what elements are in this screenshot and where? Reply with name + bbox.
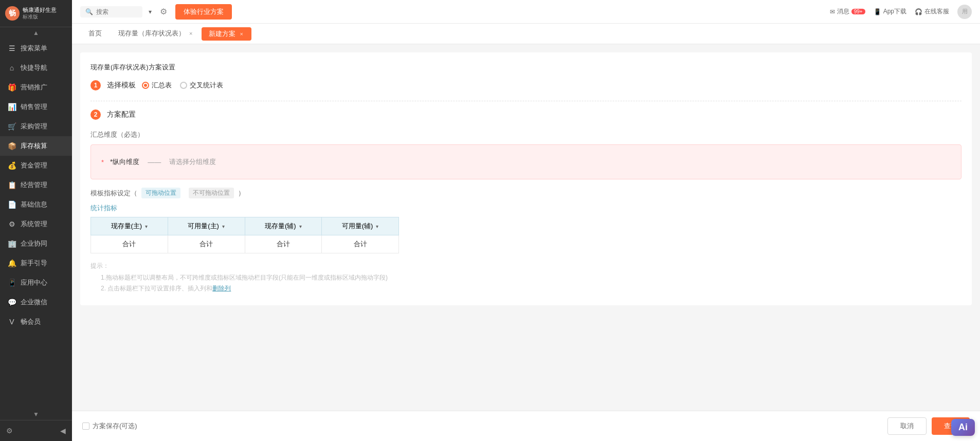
step1-badge: 1 <box>90 80 101 90</box>
sidebar-item-inventory[interactable]: 📦 库存核算 <box>0 136 72 156</box>
sidebar-item-label: 企业微信 <box>21 298 47 307</box>
cell-available-aux-summary: 合计 <box>322 235 399 253</box>
tab-inventory-close-btn[interactable]: × <box>188 30 193 36</box>
tips-title: 提示： <box>90 262 961 270</box>
tips-item-1: 1.拖动标题栏可以调整布局，不可跨维度或指标区域拖动栏目字段(只能在同一维度或指… <box>101 273 961 282</box>
save-checkbox[interactable] <box>82 422 89 430</box>
topbar-search-box[interactable]: 🔍 <box>80 6 142 17</box>
purchase-icon: 🛒 <box>7 122 16 131</box>
search-input[interactable] <box>96 8 137 15</box>
radio-summary[interactable]: 汇总表 <box>142 81 172 90</box>
cell-available-main-summary: 合计 <box>168 235 245 253</box>
sales-icon: 📊 <box>7 103 16 111</box>
sidebar-item-basic-info[interactable]: 📄 基础信息 <box>0 195 72 214</box>
non-draggable-tag: 不可拖动位置 <box>189 188 234 198</box>
topbar-dropdown-icon[interactable]: ▾ <box>149 8 152 15</box>
chevron-down-icon: ▾ <box>222 224 225 229</box>
step2-label: 方案配置 <box>107 110 136 119</box>
search-icon: 🔍 <box>85 8 93 15</box>
stats-title: 统计指标 <box>90 204 961 213</box>
logo-icon: 畅 <box>5 6 20 21</box>
col-available-aux[interactable]: 可用量(辅) ▾ <box>322 217 399 235</box>
sidebar-item-label: 销售管理 <box>21 102 47 112</box>
radio-cross[interactable]: 交叉统计表 <box>180 81 223 90</box>
sidebar-item-label: 搜索菜单 <box>21 44 47 53</box>
experience-btn[interactable]: 体验行业方案 <box>175 4 232 20</box>
draggable-tag: 可拖动位置 <box>141 188 180 198</box>
phone-icon: 📱 <box>874 8 881 15</box>
tab-new-plan[interactable]: 新建方案 × <box>202 27 251 41</box>
finance-icon: 💰 <box>7 161 16 170</box>
tabs: 首页 现存量（库存状况表） × 新建方案 × <box>72 24 980 44</box>
sidebar-item-label: 新手引导 <box>21 259 47 268</box>
guide-icon: 🔔 <box>7 259 16 267</box>
footer: 方案保存(可选) 取消 查询 <box>72 411 980 441</box>
topbar-settings-icon[interactable]: ⚙ <box>158 5 169 19</box>
main-content: 🔍 ▾ ⚙ 体验行业方案 ✉ 消息 99+ 📱 App下载 🎧 在线客服 用 <box>72 0 980 441</box>
delete-col-link[interactable]: 删除列 <box>212 285 231 292</box>
topbar: 🔍 ▾ ⚙ 体验行业方案 ✉ 消息 99+ 📱 App下载 🎧 在线客服 用 <box>72 0 980 24</box>
sidebar-item-label: 应用中心 <box>21 278 47 287</box>
quick-nav-icon: ⌂ <box>7 64 16 72</box>
sidebar-item-guide[interactable]: 🔔 新手引导 <box>0 253 72 273</box>
sidebar-items: ☰ 搜索菜单 ⌂ 快捷导航 🎁 营销推广 📊 销售管理 🛒 采购管理 📦 库存核… <box>0 39 72 409</box>
sidebar-item-app-center[interactable]: 📱 应用中心 <box>0 273 72 292</box>
sidebar-collapse-btn[interactable]: ◀ <box>58 425 68 437</box>
sidebar-item-enterprise[interactable]: 🏢 企业协同 <box>0 234 72 253</box>
message-icon: ✉ <box>830 8 835 15</box>
col-current-aux[interactable]: 现存量(辅) ▾ <box>245 217 322 235</box>
chevron-down-icon: ▾ <box>299 224 302 229</box>
app-download-btn[interactable]: 📱 App下载 <box>874 7 906 16</box>
radio-summary-circle <box>142 82 149 89</box>
sidebar-item-sales[interactable]: 📊 销售管理 <box>0 97 72 117</box>
cell-current-aux-summary: 合计 <box>245 235 322 253</box>
sidebar-item-label: 企业协同 <box>21 239 47 248</box>
dimension-label: 汇总维度（必选） <box>90 130 961 139</box>
tab-inventory-status[interactable]: 现存量（库存状况表） × <box>110 25 202 43</box>
dimension-area[interactable]: * *纵向维度 —— 请选择分组维度 <box>90 144 961 179</box>
sidebar-item-label: 采购管理 <box>21 122 47 131</box>
marketing-icon: 🎁 <box>7 83 16 91</box>
user-avatar[interactable]: 用 <box>957 5 972 19</box>
sidebar-item-wechat[interactable]: 💬 企业微信 <box>0 292 72 312</box>
vertical-dim-label: *纵向维度 <box>110 157 139 167</box>
online-service-btn[interactable]: 🎧 在线客服 <box>915 7 949 16</box>
content-area: 现存量(库存状况表)方案设置 1 选择模板 汇总表 交叉统计表 <box>72 44 980 411</box>
tab-home[interactable]: 首页 <box>80 25 110 43</box>
sidebar-item-purchase[interactable]: 🛒 采购管理 <box>0 117 72 136</box>
enterprise-icon: 🏢 <box>7 240 16 248</box>
table-header-row: 现存量(主) ▾ 可用量(主) ▾ 现存量(辅) <box>91 217 399 235</box>
page-title: 现存量(库存状况表)方案设置 <box>90 63 961 72</box>
sidebar-scroll-up[interactable]: ▲ <box>0 27 72 39</box>
sidebar-item-marketing[interactable]: 🎁 营销推广 <box>0 78 72 97</box>
sidebar-item-finance[interactable]: 💰 资金管理 <box>0 156 72 175</box>
system-icon: ⚙ <box>7 220 16 228</box>
sidebar-settings-btn[interactable]: ⚙ <box>4 425 15 437</box>
sidebar-item-member[interactable]: V 畅会员 <box>0 312 72 332</box>
sidebar-item-search-menu[interactable]: ☰ 搜索菜单 <box>0 39 72 58</box>
sidebar-item-quick-nav[interactable]: ⌂ 快捷导航 <box>0 58 72 78</box>
sidebar-item-label: 库存核算 <box>21 141 47 151</box>
step2-row: 2 方案配置 <box>90 109 961 120</box>
save-checkbox-label[interactable]: 方案保存(可选) <box>82 421 137 431</box>
sidebar-item-system[interactable]: ⚙ 系统管理 <box>0 214 72 234</box>
sidebar-item-label: 经营管理 <box>21 180 47 190</box>
tab-new-plan-close-btn[interactable]: × <box>239 31 244 37</box>
message-btn[interactable]: ✉ 消息 99+ <box>830 7 865 16</box>
cancel-button[interactable]: 取消 <box>887 417 927 435</box>
sidebar-item-label: 资金管理 <box>21 161 47 170</box>
sidebar-item-label: 基础信息 <box>21 200 47 209</box>
radio-cross-circle <box>180 82 187 89</box>
ai-badge[interactable]: Ai <box>951 419 975 436</box>
sidebar: 畅 畅康通好生意 标准版 ▲ ☰ 搜索菜单 ⌂ 快捷导航 🎁 营销推广 📊 销售… <box>0 0 72 441</box>
col-current-main[interactable]: 现存量(主) ▾ <box>91 217 168 235</box>
sidebar-item-operations[interactable]: 📋 经营管理 <box>0 175 72 195</box>
sidebar-scroll-down[interactable]: ▼ <box>0 409 72 420</box>
cell-current-main-summary: 合计 <box>91 235 168 253</box>
wechat-icon: 💬 <box>7 298 16 306</box>
search-menu-icon: ☰ <box>7 44 16 52</box>
col-available-main[interactable]: 可用量(主) ▾ <box>168 217 245 235</box>
chevron-down-icon: ▾ <box>145 224 148 229</box>
tips-section: 提示： 1.拖动标题栏可以调整布局，不可跨维度或指标区域拖动栏目字段(只能在同一… <box>90 262 961 293</box>
sidebar-item-label: 畅会员 <box>21 317 41 326</box>
